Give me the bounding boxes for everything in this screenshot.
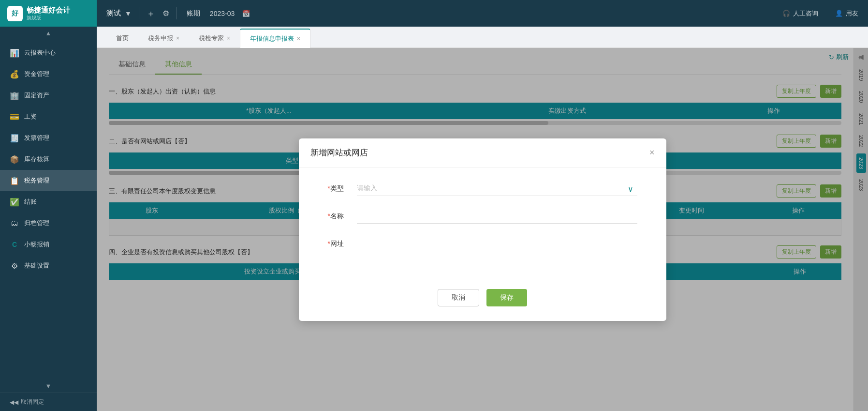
payroll-icon: 💳 (10, 112, 19, 122)
company-name: 测试 (106, 9, 121, 18)
sidebar-item-label: 资金管理 (24, 70, 49, 78)
company-selector[interactable]: 测试 ▼ (106, 9, 132, 18)
sidebar-logo: 好 畅捷通好会计 旗舰版 (0, 0, 97, 27)
nav-scroll-down[interactable]: ▼ (0, 380, 97, 393)
content-area: 基础信息 其他信息 一、股东（发起人）出资（认购）信息 复制上年度 新增 (97, 48, 868, 411)
tab-annual-report-label: 年报信息申报表 (250, 34, 294, 43)
tax-mgmt-icon: 📋 (10, 176, 19, 185)
url-label: *网址 (328, 240, 357, 248)
user-label: 用友 (846, 9, 858, 18)
calendar-icon[interactable]: 📅 (242, 10, 250, 17)
user-icon: 👤 (835, 10, 843, 17)
sidebar-item-cloud-report[interactable]: 📊 云报表中心 (0, 42, 97, 63)
sidebar-item-label: 工资 (24, 112, 37, 121)
nav-scroll-up[interactable]: ▲ (0, 27, 97, 40)
cancel-fixed-label: 取消固定 (21, 398, 44, 406)
basic-settings-icon: ⚙ (10, 261, 19, 271)
tab-home-label: 首页 (116, 34, 129, 43)
sidebar-item-fund-mgmt[interactable]: 💰 资金管理 (0, 63, 97, 85)
sidebar-item-label: 固定资产 (24, 91, 49, 100)
tab-tax-report-label: 税务申报 (148, 34, 173, 43)
cloud-report-icon: 📊 (10, 48, 19, 58)
sidebar-item-label: 税务管理 (24, 176, 49, 185)
form-row-url: *网址 (328, 237, 637, 251)
sidebar-item-label: 发票管理 (24, 134, 49, 142)
sidebar-item-accounting[interactable]: ✅ 结账 (0, 191, 97, 213)
tab-annual-report[interactable]: 年报信息申报表 × (240, 29, 310, 48)
sidebar-item-payroll[interactable]: 💳 工资 (0, 106, 97, 127)
user-button[interactable]: 👤 用友 (835, 9, 858, 18)
accounting-icon: ✅ (10, 197, 19, 207)
modal-overlay: 新增网站或网店 × *类型 ∨ (97, 48, 868, 411)
sidebar-item-label: 云报表中心 (24, 48, 56, 57)
sidebar-item-xiaochang[interactable]: C 小畅报销 (0, 234, 97, 255)
name-label: *名称 (328, 212, 357, 221)
inventory-icon: 📦 (10, 154, 19, 164)
required-mark-url: * (328, 240, 330, 247)
sidebar-item-label: 归档管理 (24, 219, 49, 228)
sidebar-item-fixed-asset[interactable]: 🏢 固定资产 (0, 85, 97, 106)
chevron-down-icon: ▼ (125, 10, 132, 17)
modal-body: *类型 ∨ *名称 (299, 167, 666, 279)
modal-close-button[interactable]: × (649, 148, 655, 157)
xiaochang-icon: C (10, 240, 19, 249)
archive-icon: 🗂 (10, 218, 19, 228)
topbar-divider2 (177, 7, 177, 19)
invoice-mgmt-icon: 🧾 (10, 133, 19, 143)
sidebar-item-label: 库存核算 (24, 155, 49, 164)
tab-tax-report[interactable]: 税务申报 × (138, 29, 189, 47)
tab-tax-audit[interactable]: 税检专家 × (189, 29, 240, 47)
name-input-wrap (357, 210, 637, 224)
topbar-divider (139, 7, 139, 19)
settings-button[interactable]: ⚙ (162, 9, 169, 18)
logo-icon: 好 (7, 6, 23, 21)
type-label: *类型 (328, 184, 357, 193)
period-value: 2023-03 (210, 10, 235, 17)
type-input[interactable] (357, 182, 637, 194)
tab-home[interactable]: 首页 (106, 29, 138, 47)
sidebar-item-basic-settings[interactable]: ⚙ 基础设置 (0, 255, 97, 276)
required-mark-type: * (328, 184, 330, 192)
tab-tax-audit-close[interactable]: × (227, 35, 230, 41)
modal-footer: 取消 保存 (299, 279, 666, 321)
modal-title: 新增网站或网店 (310, 147, 368, 158)
sidebar-item-archive[interactable]: 🗂 归档管理 (0, 213, 97, 234)
main-area: 测试 ▼ ＋ ⚙ 账期 2023-03 📅 🎧 人工咨询 👤 用友 首页 (97, 0, 868, 411)
tab-annual-report-close[interactable]: × (297, 36, 300, 42)
form-row-type: *类型 ∨ (328, 182, 637, 196)
logo-text: 畅捷通好会计 (27, 6, 70, 15)
fund-mgmt-icon: 💰 (10, 69, 19, 79)
period-label: 账期 (187, 9, 200, 18)
left-arrow-icon: ◀◀ (10, 399, 18, 406)
tab-tax-report-close[interactable]: × (176, 35, 179, 41)
type-input-wrap: ∨ (357, 182, 637, 196)
tabbar: 首页 税务申报 × 税检专家 × 年报信息申报表 × (97, 27, 868, 48)
add-company-button[interactable]: ＋ (147, 8, 155, 19)
headset-icon: 🎧 (782, 10, 790, 17)
cancel-button[interactable]: 取消 (438, 289, 479, 306)
url-input-wrap (357, 237, 637, 251)
chevron-down-icon-type[interactable]: ∨ (628, 184, 633, 193)
name-input[interactable] (357, 210, 637, 221)
url-input[interactable] (357, 237, 637, 249)
sidebar-item-inventory[interactable]: 📦 库存核算 (0, 149, 97, 170)
sidebar-item-invoice-mgmt[interactable]: 🧾 发票管理 (0, 127, 97, 149)
sidebar-item-tax-mgmt[interactable]: 📋 税务管理 (0, 170, 97, 191)
topbar: 测试 ▼ ＋ ⚙ 账期 2023-03 📅 🎧 人工咨询 👤 用友 (97, 0, 868, 27)
sidebar-item-label: 小畅报销 (24, 240, 49, 249)
sidebar-item-label: 基础设置 (24, 261, 49, 270)
tab-tax-audit-label: 税检专家 (199, 34, 224, 43)
fixed-asset-icon: 🏢 (10, 91, 19, 100)
sidebar-nav: 📊 云报表中心 💰 资金管理 🏢 固定资产 💳 工资 🧾 发票管理 📦 (0, 40, 97, 380)
sidebar-item-label: 结账 (24, 198, 37, 206)
required-mark-name: * (328, 212, 330, 220)
add-website-modal: 新增网站或网店 × *类型 ∨ (299, 138, 666, 321)
help-label: 人工咨询 (793, 9, 818, 18)
logo-sub: 旗舰版 (27, 15, 70, 21)
modal-header: 新增网站或网店 × (299, 138, 666, 167)
help-button[interactable]: 🎧 人工咨询 (782, 9, 818, 18)
save-button[interactable]: 保存 (486, 289, 527, 306)
form-row-name: *名称 (328, 210, 637, 224)
cancel-fixed-button[interactable]: ◀◀ 取消固定 (0, 393, 97, 411)
sidebar: 好 畅捷通好会计 旗舰版 ▲ 📊 云报表中心 💰 资金管理 🏢 固定资产 💳 (0, 0, 97, 411)
